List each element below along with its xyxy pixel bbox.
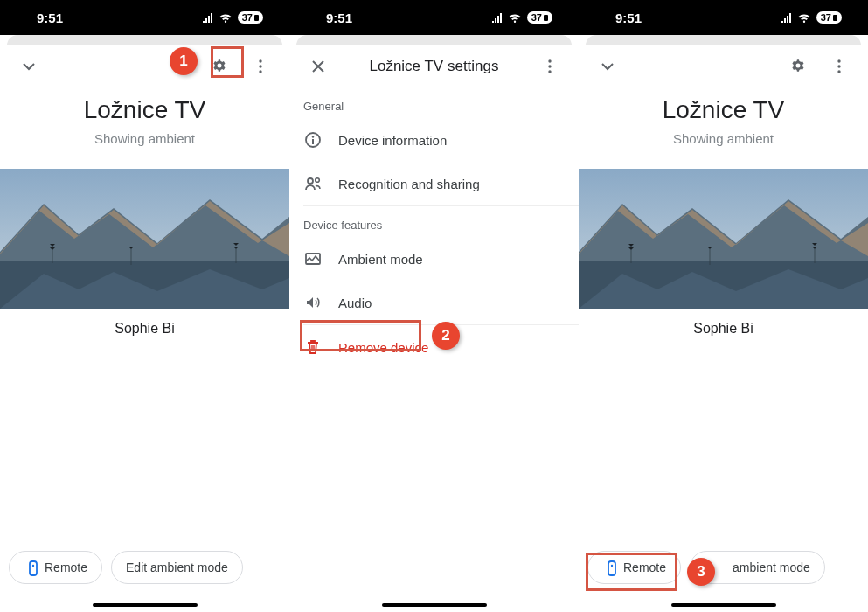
row-ambient-mode[interactable]: Ambient mode (289, 237, 579, 281)
image-icon (303, 249, 323, 268)
ambient-image[interactable] (579, 169, 868, 309)
sheet-grabber (586, 35, 861, 45)
app-header: Ložnice TV settings (289, 45, 579, 87)
settings-button[interactable] (204, 50, 237, 83)
status-time: 9:51 (37, 10, 63, 25)
gear-icon (211, 57, 230, 76)
battery-indicator: 37 (816, 11, 842, 24)
remote-button[interactable]: Remote (587, 551, 681, 584)
row-label: Device information (338, 133, 447, 148)
edit-ambient-label: ambient mode (733, 560, 810, 574)
home-indicator (671, 603, 776, 607)
device-subtitle: Showing ambient (579, 131, 868, 146)
status-bar: 9:51 37 (579, 0, 868, 35)
device-title: Ložnice TV (0, 96, 289, 124)
remote-label: Remote (623, 560, 666, 574)
people-icon (303, 174, 323, 193)
more-vertical-icon (540, 57, 559, 76)
gear-icon (789, 57, 809, 76)
svg-rect-14 (544, 15, 548, 21)
home-indicator (382, 603, 487, 607)
row-device-information[interactable]: Device information (289, 118, 579, 162)
remote-button[interactable]: Remote (9, 551, 102, 584)
more-vertical-icon (251, 57, 270, 76)
row-recognition-sharing[interactable]: Recognition and sharing (289, 162, 579, 205)
device-subtitle: Showing ambient (0, 131, 289, 146)
page-title: Ložnice TV settings (335, 58, 533, 75)
status-bar: 9:51 37 (0, 0, 289, 35)
sheet-grabber (7, 35, 282, 45)
panel-1: 9:51 37 Ložnice TV Showing ambient (0, 0, 289, 612)
row-remove-device[interactable]: Remove device (289, 325, 579, 369)
wifi-icon (798, 12, 811, 23)
wifi-icon (509, 12, 522, 23)
row-label: Audio (338, 296, 372, 310)
row-label: Ambient mode (338, 252, 423, 267)
sheet-grabber (296, 35, 572, 45)
signal-icon (491, 12, 503, 23)
ambient-image[interactable] (0, 169, 289, 309)
wifi-icon (219, 12, 233, 23)
collapse-button[interactable] (591, 50, 624, 83)
row-label: Recognition and sharing (338, 177, 480, 191)
more-button[interactable] (533, 50, 566, 83)
app-header (579, 45, 868, 87)
svg-rect-13 (254, 15, 259, 21)
signal-icon (202, 12, 214, 23)
svg-rect-15 (833, 15, 837, 21)
battery-indicator: 37 (238, 11, 263, 24)
panel-2: 9:51 37 Ložnice TV settings General Devi… (289, 0, 579, 612)
remote-label: Remote (45, 560, 87, 574)
status-bar: 9:51 37 (289, 0, 579, 35)
artist-name: Sophie Bi (0, 321, 289, 337)
app-header (0, 45, 289, 87)
status-time: 9:51 (326, 10, 352, 25)
more-vertical-icon (830, 57, 849, 76)
chevron-down-icon (20, 58, 38, 75)
close-icon (309, 57, 328, 76)
home-indicator (93, 603, 198, 607)
edit-ambient-label: Edit ambient mode (126, 560, 228, 574)
panel-3: 9:51 37 Ložnice TV Showing ambient (579, 0, 868, 612)
settings-button[interactable] (782, 50, 816, 83)
row-label: Remove device (338, 340, 428, 355)
row-audio[interactable]: Audio (289, 281, 579, 324)
audio-icon (303, 293, 323, 312)
more-button[interactable] (823, 50, 856, 83)
device-title: Ložnice TV (579, 96, 868, 124)
artist-name: Sophie Bi (579, 321, 868, 337)
battery-indicator: 37 (527, 11, 552, 24)
section-device-features: Device features (289, 206, 579, 237)
signal-icon (781, 12, 793, 23)
edit-ambient-button[interactable]: Edit ambient mode (111, 551, 243, 584)
remote-icon (24, 559, 38, 576)
edit-ambient-button[interactable]: ambient mode (690, 551, 825, 584)
trash-icon (303, 337, 323, 357)
more-button[interactable] (244, 50, 277, 83)
section-general: General (289, 87, 579, 118)
info-icon (303, 130, 323, 150)
status-time: 9:51 (615, 10, 642, 25)
chevron-down-icon (599, 58, 616, 75)
close-button[interactable] (302, 50, 335, 83)
remote-icon (602, 559, 616, 576)
collapse-button[interactable] (12, 50, 45, 83)
